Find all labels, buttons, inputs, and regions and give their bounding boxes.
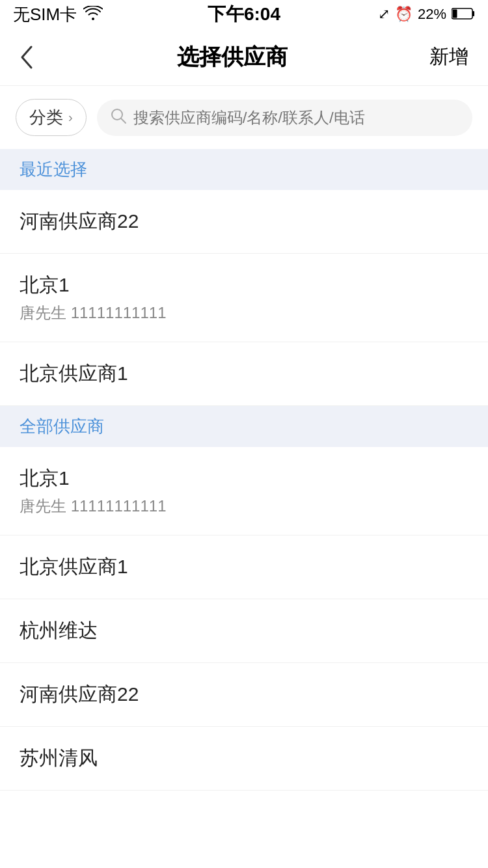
list-item[interactable]: 杭州维达 [0, 599, 488, 663]
item-sub: 唐先生 11111111111 [20, 496, 468, 517]
item-name: 河南供应商22 [20, 208, 468, 235]
no-sim-text: 无SIM卡 [13, 3, 77, 26]
recent-section-label: 最近选择 [20, 159, 87, 179]
category-label: 分类 [29, 106, 63, 129]
list-item[interactable]: 北京供应商1 [0, 536, 488, 599]
all-section-label: 全部供应商 [20, 416, 104, 436]
list-item[interactable]: 北京1唐先生 11111111111 [0, 447, 488, 536]
recent-section-header: 最近选择 [0, 149, 488, 190]
nav-bar: 选择供应商 新增 [0, 29, 488, 86]
status-left: 无SIM卡 [13, 3, 103, 26]
search-icon [110, 107, 127, 128]
filter-bar: 分类 › [0, 86, 488, 149]
svg-rect-1 [472, 11, 474, 16]
battery-text: 22% [418, 6, 446, 23]
category-button[interactable]: 分类 › [16, 99, 87, 136]
item-name: 苏州清风 [20, 745, 468, 772]
item-name: 北京1 [20, 272, 468, 299]
status-right: ⤢ ⏰ 22% [378, 5, 475, 23]
svg-line-4 [121, 118, 126, 123]
list-item[interactable]: 苏州清风 [0, 727, 488, 791]
item-name: 北京供应商1 [20, 554, 468, 580]
chevron-right-icon: › [68, 110, 73, 125]
item-name: 北京1 [20, 465, 468, 492]
search-box [97, 100, 472, 136]
search-input[interactable] [133, 109, 459, 127]
svg-rect-2 [453, 10, 457, 18]
all-list: 北京1唐先生 11111111111北京供应商1杭州维达河南供应商22苏州清风 [0, 447, 488, 791]
battery-icon [452, 5, 475, 23]
item-sub: 唐先生 11111111111 [20, 303, 468, 323]
list-item[interactable]: 北京1唐先生 11111111111 [0, 254, 488, 342]
list-item[interactable]: 河南供应商22 [0, 663, 488, 727]
all-section-header: 全部供应商 [0, 406, 488, 447]
alarm-icon: ⏰ [395, 6, 413, 23]
item-name: 北京供应商1 [20, 360, 468, 387]
status-time: 下午6:04 [208, 2, 280, 27]
item-name: 杭州维达 [20, 617, 468, 644]
location-icon: ⤢ [378, 6, 390, 23]
recent-list: 河南供应商22北京1唐先生 11111111111北京供应商1 [0, 190, 488, 406]
status-bar: 无SIM卡 下午6:04 ⤢ ⏰ 22% [0, 0, 488, 29]
add-button[interactable]: 新增 [429, 44, 468, 70]
wifi-icon [83, 5, 103, 25]
back-button[interactable] [20, 44, 35, 70]
page-title: 选择供应商 [177, 42, 288, 72]
list-item[interactable]: 河南供应商22 [0, 190, 488, 254]
item-name: 河南供应商22 [20, 681, 468, 708]
list-item[interactable]: 北京供应商1 [0, 342, 488, 406]
